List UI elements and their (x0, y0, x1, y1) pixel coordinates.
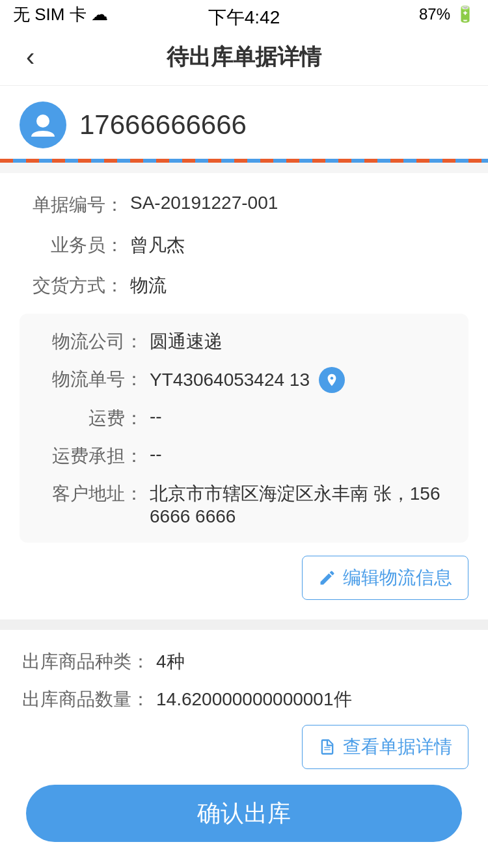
user-section: 17666666666 (0, 86, 488, 159)
status-left: 无 SIM 卡 ☁ (13, 3, 108, 26)
user-avatar (20, 102, 66, 148)
freight-row: 运费： -- (39, 406, 449, 431)
address-row: 客户地址： 北京市市辖区海淀区永丰南 张，156 6666 6666 (39, 481, 449, 527)
logistics-tracking-value: YT43064053424 13 (150, 367, 449, 393)
delivery-method-value: 物流 (130, 273, 468, 298)
edit-logistics-button[interactable]: 编辑物流信息 (302, 556, 468, 600)
view-detail-button[interactable]: 查看单据详情 (302, 725, 468, 769)
logistics-tracking-row: 物流单号： YT43064053424 13 (39, 367, 449, 393)
freight-bearer-row: 运费承担： -- (39, 444, 449, 468)
user-phone: 17666666666 (79, 109, 247, 141)
location-icon[interactable] (319, 367, 345, 393)
edit-logistics-container: 编辑物流信息 (20, 556, 468, 600)
battery-icon: 🔋 (455, 5, 475, 23)
logistics-card: 物流公司： 圆通速递 物流单号： YT43064053424 13 运费： --… (20, 314, 468, 543)
freight-value: -- (150, 406, 449, 427)
section-divider (0, 619, 488, 630)
order-no-label: 单据编号： (20, 193, 124, 217)
freight-bearer-value: -- (150, 444, 449, 465)
address-label: 客户地址： (39, 481, 143, 506)
confirm-label: 确认出库 (197, 798, 291, 830)
edit-icon (318, 569, 336, 587)
order-no-value: SA-20191227-001 (130, 193, 468, 213)
order-no-row: 单据编号： SA-20191227-001 (20, 193, 468, 217)
goods-quantity-row: 出库商品数量： 14.620000000000001件 (20, 687, 468, 712)
battery-indicator: 87% (419, 5, 450, 23)
freight-label: 运费： (39, 406, 143, 431)
logistics-company-value: 圆通速递 (150, 329, 449, 354)
page-title: 待出库单据详情 (167, 42, 321, 72)
goods-type-value: 4种 (156, 649, 185, 674)
view-detail-container: 查看单据详情 (20, 725, 468, 769)
address-value: 北京市市辖区海淀区永丰南 张，156 6666 6666 (150, 481, 449, 527)
delivery-method-label: 交货方式： (20, 273, 124, 298)
dashed-separator (0, 159, 488, 163)
view-detail-label: 查看单据详情 (343, 735, 452, 759)
logistics-company-row: 物流公司： 圆通速递 (39, 329, 449, 354)
salesman-row: 业务员： 曾凡杰 (20, 233, 468, 258)
logistics-company-label: 物流公司： (39, 329, 143, 354)
status-right: 87% 🔋 (419, 5, 475, 23)
document-icon (318, 738, 336, 756)
person-icon (29, 111, 57, 139)
order-info-section: 单据编号： SA-20191227-001 业务员： 曾凡杰 交货方式： 物流 … (0, 173, 488, 619)
delivery-method-row: 交货方式： 物流 (20, 273, 468, 298)
goods-type-label: 出库商品种类： (20, 649, 150, 674)
freight-bearer-label: 运费承担： (39, 444, 143, 468)
goods-type-row: 出库商品种类： 4种 (20, 649, 468, 674)
edit-logistics-label: 编辑物流信息 (343, 565, 452, 590)
bottom-section: 确认出库 (0, 772, 488, 868)
confirm-button[interactable]: 确认出库 (26, 785, 462, 842)
status-time: 下午4:42 (208, 5, 280, 30)
logistics-tracking-label: 物流单号： (39, 367, 143, 392)
goods-quantity-value: 14.620000000000001件 (156, 687, 352, 712)
salesman-label: 业务员： (20, 233, 124, 258)
status-bar: 无 SIM 卡 ☁ 下午4:42 87% 🔋 (0, 0, 488, 29)
back-button[interactable]: ‹ (20, 36, 41, 78)
nav-bar: ‹ 待出库单据详情 (0, 29, 488, 86)
salesman-value: 曾凡杰 (130, 233, 468, 258)
svg-point-0 (36, 115, 49, 128)
goods-section: 出库商品种类： 4种 出库商品数量： 14.620000000000001件 查… (0, 630, 488, 789)
goods-quantity-label: 出库商品数量： (20, 687, 150, 712)
